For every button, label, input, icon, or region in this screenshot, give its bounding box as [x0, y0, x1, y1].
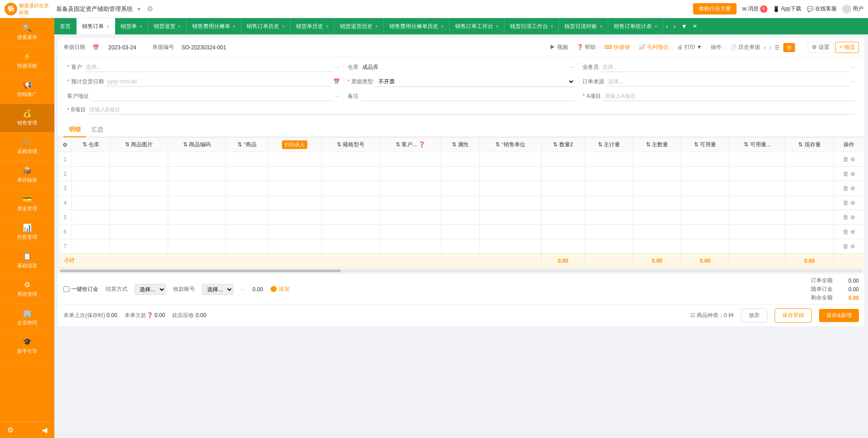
tab-menu-btn[interactable]: ▼	[678, 23, 690, 30]
address-ellipsis[interactable]: ···	[335, 93, 340, 99]
user-link[interactable]: 用户	[842, 5, 863, 14]
tab-close-sales-order[interactable]: ×	[107, 24, 109, 29]
scan-btn[interactable]: 扫码录入	[282, 140, 307, 149]
tab-daily-reconcile[interactable]: 钱货日清对账 ×	[559, 18, 608, 34]
account-select[interactable]: 选择...	[202, 284, 233, 295]
sidebar-item-enterprise[interactable]: 🏢 企业协同	[0, 303, 54, 332]
tab-order-stats[interactable]: 销售订单统计表 ×	[608, 18, 663, 34]
horizontal-scrollbar[interactable]	[58, 268, 864, 274]
tab-close-return[interactable]: ×	[178, 24, 181, 29]
next-nav-btn[interactable]: ›	[769, 44, 771, 51]
calendar-icon[interactable]: 📅	[92, 44, 99, 51]
remark-input[interactable]	[360, 91, 575, 101]
profit-btn[interactable]: 📈 毛利预估	[639, 43, 669, 51]
system-dropdown[interactable]: ▼	[136, 6, 141, 12]
tab-close-order-workbench[interactable]: ×	[496, 24, 499, 29]
tab-close-fee-split-history[interactable]: ×	[441, 24, 444, 29]
save-draft-btn[interactable]: 保存草稿	[775, 308, 812, 322]
add-btn[interactable]: 🟠 添加	[270, 285, 289, 293]
history-btn[interactable]: 📄 历史单据	[730, 43, 760, 51]
tab-close-all-btn[interactable]: ✕	[690, 23, 700, 29]
sidebar-item-purchase[interactable]: 🛒 采购管理	[0, 132, 54, 161]
delivery-date-input[interactable]	[106, 77, 331, 87]
th-settings[interactable]: ⚙	[58, 138, 72, 152]
tab-close-return-history[interactable]: ×	[375, 24, 378, 29]
sidebar-item-base-info[interactable]: 📋 基础信息	[0, 246, 54, 275]
row-delete-7[interactable]: 🗑	[843, 243, 849, 250]
tab-return-history[interactable]: 销货退货历史 ×	[335, 18, 384, 34]
sidebar-collapse-icon[interactable]: ◀	[42, 426, 47, 434]
tab-detail[interactable]: 明细	[63, 123, 86, 137]
preview-btn[interactable]: ▶ 视频	[550, 43, 567, 51]
tab-order-history[interactable]: 销售订单历史 ×	[241, 18, 291, 34]
sidebar-settings-icon[interactable]: ⚙	[7, 426, 14, 434]
settle-select[interactable]: 选择...	[135, 284, 166, 295]
save-new-btn[interactable]: 保存&新增	[819, 309, 859, 322]
invoice-type-select[interactable]: 不开票 增值税专用发票 增值税普通发票	[375, 77, 575, 87]
row-delete-6[interactable]: 🗑	[843, 228, 849, 235]
row-delete-4[interactable]: 🗑	[843, 199, 849, 206]
tab-home[interactable]: 首页	[54, 18, 77, 34]
sidebar-item-operations[interactable]: 📊 经营管理	[0, 218, 54, 246]
b-project-input[interactable]	[87, 105, 855, 115]
row-copy-3[interactable]: ⊕	[850, 185, 855, 192]
tab-summary[interactable]: 汇总	[86, 123, 109, 137]
tab-close-order-stats[interactable]: ×	[655, 24, 657, 29]
row-copy-2[interactable]: ⊕	[850, 170, 855, 177]
tab-order-workbench[interactable]: 销售订单工作台 ×	[450, 18, 504, 34]
tab-close-invoice-history[interactable]: ×	[326, 24, 329, 29]
row-copy-5[interactable]: ⊕	[850, 214, 855, 221]
operate-btn[interactable]: 操作	[711, 43, 722, 51]
tab-sales-order[interactable]: 销售订单 ×	[77, 18, 115, 34]
tab-invoice[interactable]: 销货单 ×	[115, 18, 148, 34]
sidebar-item-guide[interactable]: 🎓 新手引导	[0, 332, 54, 361]
warehouse-ellipsis[interactable]: ···	[570, 64, 575, 70]
a-project-input[interactable]	[603, 91, 855, 101]
one-click-checkbox[interactable]	[63, 286, 69, 292]
account-ellipsis[interactable]: ···	[241, 286, 245, 293]
discard-btn[interactable]: 放弃	[741, 308, 767, 322]
settings-icon[interactable]: ⚙	[147, 5, 153, 13]
customer-input[interactable]	[84, 63, 334, 72]
add-logistics-btn[interactable]: + 物流	[835, 42, 859, 53]
row-delete-5[interactable]: 🗑	[843, 214, 849, 221]
row-delete-1[interactable]: 🗑	[843, 156, 849, 163]
sidebar-item-inventory[interactable]: 📦 库存核算	[0, 161, 54, 189]
sidebar-item-search[interactable]: 🔍 搜索菜单	[0, 18, 54, 47]
app-download-link[interactable]: 📱 App下载	[773, 5, 801, 13]
row-copy-4[interactable]: ⊕	[850, 199, 855, 206]
row-copy-6[interactable]: ⊕	[850, 228, 855, 235]
sidebar-item-system[interactable]: ⚙ 系统管理	[0, 275, 54, 303]
tab-return[interactable]: 销货退货 ×	[148, 18, 187, 34]
grid-view-btn[interactable]: ⊞	[783, 43, 795, 52]
tab-daily-workbench[interactable]: 钱货日清工作台 ×	[504, 18, 559, 34]
order-source-input[interactable]	[606, 77, 849, 87]
shortcut-btn[interactable]: ⌨ 快捷键	[604, 43, 630, 51]
customer-address-input[interactable]	[91, 91, 334, 101]
tab-close-daily-reconcile[interactable]: ×	[600, 24, 602, 29]
tab-close-order-history[interactable]: ×	[282, 24, 285, 29]
row-copy-7[interactable]: ⊕	[850, 243, 855, 250]
logo[interactable]: 畅 畅捷通好生意 标版	[5, 2, 49, 15]
row-copy-1[interactable]: ⊕	[850, 156, 855, 163]
message-link[interactable]: ✉ 消息 9	[742, 5, 767, 13]
list-view-btn[interactable]: ☰	[775, 44, 780, 51]
print-btn[interactable]: 🖨 打印 ▼	[677, 43, 702, 51]
tab-next-btn[interactable]: ›	[671, 23, 679, 30]
salesperson-input[interactable]	[601, 63, 849, 72]
industry-btn[interactable]: 体验行业方案	[693, 3, 737, 14]
tab-fee-split[interactable]: 销售费用分摊单 ×	[187, 18, 242, 34]
sidebar-item-marketing[interactable]: 📢 营销推广	[0, 75, 54, 104]
date-picker-icon[interactable]: 📅	[333, 78, 340, 85]
help-btn[interactable]: ❓ 帮助	[577, 43, 596, 51]
salesperson-ellipsis[interactable]: ···	[851, 64, 855, 70]
tab-close-invoice[interactable]: ×	[140, 24, 142, 29]
customer-ellipsis[interactable]: ···	[335, 64, 340, 70]
tab-fee-split-history[interactable]: 销售费用分摊单历史 ×	[384, 18, 450, 34]
row-delete-3[interactable]: 🗑	[843, 185, 849, 192]
prev-nav-btn[interactable]: ‹	[764, 44, 766, 51]
tab-close-fee-split[interactable]: ×	[233, 24, 236, 29]
tab-invoice-history[interactable]: 销货单历史 ×	[291, 18, 335, 34]
sidebar-item-sales[interactable]: 💰 销售管理	[0, 104, 54, 132]
sidebar-item-quick-nav[interactable]: ⚡ 快捷导航	[0, 47, 54, 75]
